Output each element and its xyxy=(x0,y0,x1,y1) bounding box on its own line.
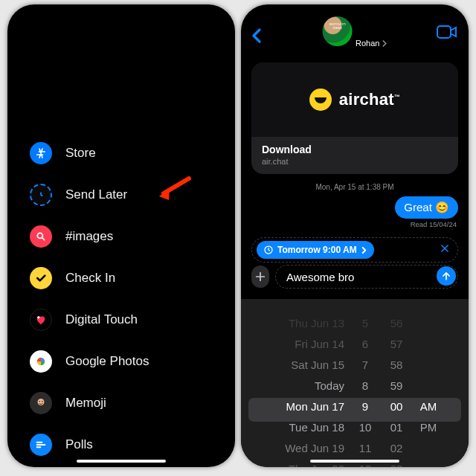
schedule-cancel-button[interactable] xyxy=(437,243,453,257)
menu-label: #images xyxy=(65,229,113,244)
brand-name: airchat™ xyxy=(339,90,401,109)
link-preview-hero: airchat™ xyxy=(251,62,458,137)
arrow-up-icon xyxy=(441,271,451,281)
home-indicator xyxy=(77,460,166,463)
menu-item-polls[interactable]: Polls xyxy=(30,434,149,456)
link-preview-subtitle: air.chat xyxy=(262,157,448,166)
menu-item-memoji[interactable]: Memoji xyxy=(30,392,149,414)
menu-label: Digital Touch xyxy=(65,312,138,327)
menu-label: Send Later xyxy=(65,187,127,202)
schedule-pill-label: Tomorrow 9:00 AM xyxy=(277,245,357,255)
send-button[interactable] xyxy=(437,266,456,286)
phone-right: SWITCH TO IDEAS Rohan airchat™ Download … xyxy=(241,4,469,467)
clock-dashed-icon xyxy=(30,184,52,206)
link-preview-card[interactable]: airchat™ Download air.chat xyxy=(251,62,458,174)
svg-point-2 xyxy=(39,401,40,402)
airchat-logo-icon xyxy=(309,89,332,111)
message-outgoing[interactable]: Great 😊 xyxy=(395,196,458,219)
menu-item-digital-touch[interactable]: Digital Touch xyxy=(30,309,149,331)
svg-point-3 xyxy=(42,401,43,402)
conversation-header: SWITCH TO IDEAS Rohan xyxy=(241,15,469,61)
menu-item-store[interactable]: Store xyxy=(30,142,149,164)
app-store-icon xyxy=(30,142,52,164)
close-icon xyxy=(440,243,450,254)
chevron-right-icon xyxy=(361,247,367,254)
back-button[interactable] xyxy=(250,27,263,48)
checkmark-icon xyxy=(30,267,52,289)
video-call-button[interactable] xyxy=(436,24,458,43)
menu-item-check-in[interactable]: Check In xyxy=(30,267,149,289)
menu-label: Store xyxy=(65,146,96,161)
link-preview-title: Download xyxy=(262,144,448,155)
compose-bar xyxy=(251,265,458,289)
schedule-pill[interactable]: Tomorrow 9:00 AM xyxy=(257,241,374,259)
phone-left: Store Send Later #images Check In xyxy=(7,4,235,467)
polls-icon xyxy=(30,434,52,456)
menu-label: Memoji xyxy=(65,396,106,411)
google-photos-icon xyxy=(30,350,52,373)
clock-icon xyxy=(264,245,273,254)
avatar xyxy=(323,16,353,46)
menu-label: Polls xyxy=(65,437,93,452)
contact-button[interactable]: SWITCH TO IDEAS Rohan xyxy=(323,16,387,49)
heart-icon xyxy=(30,309,52,331)
plus-button[interactable] xyxy=(251,266,269,288)
contact-name: Rohan xyxy=(356,39,379,48)
menu-item-send-later[interactable]: Send Later xyxy=(30,184,149,206)
avatar-text: SWITCH TO IDEAS xyxy=(327,22,349,30)
chevron-right-icon xyxy=(382,40,387,47)
datetime-picker[interactable]: Thu Jun 13556 Fri Jun 14657 Sat Jun 1575… xyxy=(241,299,469,467)
picker-selected-row[interactable]: Mon Jun 17900AM xyxy=(241,396,469,416)
message-input[interactable] xyxy=(275,265,458,289)
menu-item-images[interactable]: #images xyxy=(30,225,149,248)
menu-item-google-photos[interactable]: Google Photos xyxy=(30,350,149,373)
schedule-banner: Tomorrow 9:00 AM xyxy=(251,237,458,263)
read-receipt: Read 15/04/24 xyxy=(411,220,457,228)
menu-label: Google Photos xyxy=(65,354,149,369)
search-icon xyxy=(30,225,52,248)
annotation-arrow-icon xyxy=(156,176,192,205)
svg-rect-4 xyxy=(437,26,451,38)
menu-label: Check In xyxy=(65,271,115,286)
plus-menu: Store Send Later #images Check In xyxy=(30,142,149,456)
memoji-icon xyxy=(30,392,52,414)
timestamp: Mon, Apr 15 at 1:38 PM xyxy=(241,183,469,191)
plus-icon xyxy=(254,271,266,283)
